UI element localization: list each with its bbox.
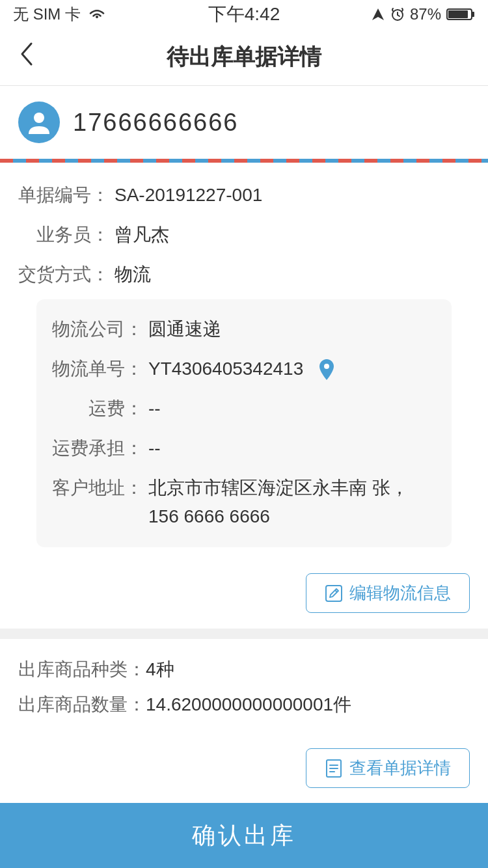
- svg-rect-8: [326, 586, 342, 601]
- logistics-company-value: 圆通速递: [143, 315, 436, 344]
- view-details-button[interactable]: 查看单据详情: [306, 748, 470, 788]
- goods-section: 出库商品种类： 4种 出库商品数量： 14.6200000000000001件: [0, 639, 488, 740]
- svg-rect-5: [472, 12, 474, 17]
- status-right: 87%: [371, 5, 475, 23]
- svg-point-7: [324, 364, 329, 369]
- freight-label: 运费：: [52, 394, 143, 424]
- tracking-no-row: 物流单号： YT4306405342413: [52, 355, 436, 384]
- user-avatar: [18, 102, 60, 143]
- user-section: 17666666666: [0, 86, 488, 159]
- svg-point-6: [34, 113, 44, 123]
- confirm-button-label: 确认出库: [192, 820, 296, 852]
- order-info-section: 单据编号： SA-20191227-001 业务员： 曾凡杰 交货方式： 物流 …: [0, 163, 488, 560]
- map-pin-icon[interactable]: [314, 357, 340, 383]
- svg-line-2: [398, 15, 400, 16]
- salesperson-row: 业务员： 曾凡杰: [18, 221, 470, 250]
- delivery-method-value: 物流: [109, 260, 470, 290]
- delivery-method-row: 交货方式： 物流: [18, 260, 470, 290]
- document-no-value: SA-20191227-001: [109, 181, 470, 210]
- logistics-company-label: 物流公司：: [52, 315, 143, 344]
- confirm-button[interactable]: 确认出库: [0, 803, 488, 868]
- document-icon: [325, 759, 343, 778]
- view-btn-row: 查看单据详情: [0, 740, 488, 806]
- view-details-label: 查看单据详情: [349, 757, 451, 780]
- svg-rect-4: [448, 10, 468, 18]
- alarm-icon: [390, 7, 405, 21]
- status-left: 无 SIM 卡: [13, 4, 107, 25]
- goods-quantity-row: 出库商品数量： 14.6200000000000001件: [18, 692, 470, 717]
- freight-bearer-row: 运费承担： --: [52, 434, 436, 463]
- person-icon: [26, 109, 52, 135]
- document-no-label: 单据编号：: [18, 181, 109, 210]
- page-title: 待出库单据详情: [167, 42, 321, 72]
- goods-types-label: 出库商品种类：: [18, 657, 146, 682]
- tracking-no-value: YT4306405342413: [143, 355, 436, 384]
- freight-bearer-label: 运费承担：: [52, 434, 143, 463]
- battery-label: 87%: [410, 5, 441, 23]
- freight-row: 运费： --: [52, 394, 436, 424]
- back-button[interactable]: [18, 41, 34, 73]
- address-label: 客户地址：: [52, 474, 143, 503]
- freight-value: --: [143, 394, 436, 424]
- battery-icon: [446, 7, 475, 21]
- location-arrow-icon: [371, 7, 385, 21]
- goods-types-value: 4种: [146, 657, 174, 682]
- tracking-no-label: 物流单号：: [52, 355, 143, 384]
- edit-icon: [325, 584, 343, 603]
- salesperson-value: 曾凡杰: [109, 221, 470, 250]
- edit-btn-row: 编辑物流信息: [0, 560, 488, 629]
- document-no-row: 单据编号： SA-20191227-001: [18, 181, 470, 210]
- goods-quantity-label: 出库商品数量：: [18, 692, 146, 717]
- section-separator: [0, 629, 488, 639]
- freight-bearer-value: --: [143, 434, 436, 463]
- goods-quantity-value: 14.6200000000000001件: [146, 692, 351, 717]
- edit-logistics-label: 编辑物流信息: [349, 582, 451, 604]
- logistics-company-row: 物流公司： 圆通速递: [52, 315, 436, 344]
- wifi-icon: [87, 7, 107, 21]
- carrier-label: 无 SIM 卡: [13, 4, 81, 25]
- logistics-card: 物流公司： 圆通速递 物流单号： YT4306405342413 运费： -- …: [36, 299, 452, 547]
- status-bar: 无 SIM 卡 下午4:42 87%: [0, 0, 488, 29]
- svg-line-9: [335, 590, 337, 592]
- salesperson-label: 业务员：: [18, 221, 109, 250]
- edit-logistics-button[interactable]: 编辑物流信息: [306, 573, 470, 613]
- delivery-method-label: 交货方式：: [18, 260, 109, 290]
- address-value: 北京市市辖区海淀区永丰南 张，156 6666 6666: [143, 474, 436, 532]
- address-row: 客户地址： 北京市市辖区海淀区永丰南 张，156 6666 6666: [52, 474, 436, 532]
- goods-types-row: 出库商品种类： 4种: [18, 657, 470, 682]
- user-phone: 17666666666: [73, 109, 238, 137]
- status-time: 下午4:42: [208, 2, 280, 27]
- nav-bar: 待出库单据详情: [0, 29, 488, 86]
